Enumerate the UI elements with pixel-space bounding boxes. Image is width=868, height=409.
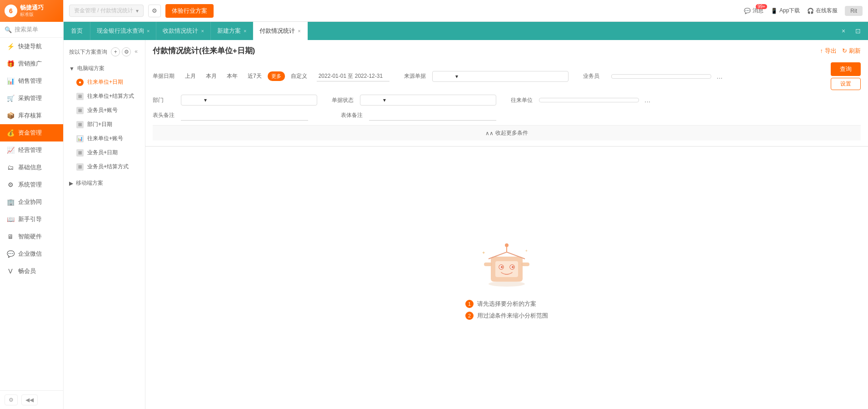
scheme-salesperson-settlement[interactable]: ⊞ 业务员+结算方式 (64, 160, 145, 174)
sidebar-logo: 6 畅捷通巧 标准版 (0, 0, 63, 22)
filter-area: 付款情况统计(往来单位+日期) ↑ 导出 ↻ 刷新 单据日期 (145, 40, 868, 146)
add-scheme-button[interactable]: + (111, 47, 120, 56)
tab-bank-flow[interactable]: 现金银行流水查询 × (90, 22, 156, 40)
service-button[interactable]: 🎧 在线客服 (807, 7, 838, 15)
scheme-partner-settlement[interactable]: ⊞ 往来单位+结算方式 (64, 89, 145, 103)
scheme-salesperson-date[interactable]: ⊞ 业务员+日期 (64, 146, 145, 160)
hardware-icon: 🖥 (6, 233, 15, 240)
sidebar-item-label: 系统管理 (18, 181, 42, 189)
date-option-last-month[interactable]: 上月 (181, 71, 200, 82)
query-button[interactable]: 查询 (831, 62, 861, 76)
scheme-salesperson-account[interactable]: ⊞ 业务员+账号 (64, 103, 145, 117)
dept-select[interactable]: ▾ (181, 95, 317, 106)
scheme-dept-date[interactable]: ⊞ 部门+日期 (64, 117, 145, 131)
sidebar-item-label: 采购管理 (18, 94, 42, 102)
sidebar-item-inventory[interactable]: 📦 库存核算 (0, 107, 63, 124)
date-option-more[interactable]: 更多 (268, 71, 285, 81)
user-menu[interactable]: Rit (845, 6, 863, 16)
new-scheme-tab-label: 新建方案 (217, 27, 241, 35)
user-label: Rit (850, 8, 857, 14)
date-option-this-month[interactable]: 本月 (202, 71, 221, 82)
logo-sub: 标准版 (20, 11, 44, 18)
sidebar: 6 畅捷通巧 标准版 🔍 搜索菜单 ⚡ 快捷导航 🎁 营销推广 📊 销售管理 🛒… (0, 0, 64, 409)
new-scheme-tab-close[interactable]: × (244, 29, 246, 34)
sidebar-item-enterprise[interactable]: 🏢 企业协同 (0, 193, 63, 211)
mobile-group-header[interactable]: ▶ 移动端方案 (64, 177, 145, 190)
app-download-button[interactable]: 📱 App下载 (771, 7, 800, 15)
sidebar-item-finance[interactable]: 💰 资金管理 (0, 124, 63, 141)
empty-illustration: ✦ ✦ (479, 236, 534, 291)
wechat-icon: 💬 (6, 250, 15, 258)
scheme-settings-button[interactable]: ⚙ (122, 47, 131, 56)
sidebar-item-sales[interactable]: 📊 销售管理 (0, 72, 63, 90)
scheme-partner-date[interactable]: ● 往来单位+日期 (64, 75, 145, 89)
sidebar-item-wechat[interactable]: 💬 企业微信 (0, 245, 63, 263)
date-options: 上月 本月 本年 近7天 更多 自定义 (181, 71, 311, 82)
sidebar-item-purchase[interactable]: 🛒 采购管理 (0, 90, 63, 107)
sidebar-item-label: 库存核算 (18, 111, 42, 120)
staff-select[interactable] (611, 74, 711, 79)
sidebar-item-quick-nav[interactable]: ⚡ 快捷导航 (0, 38, 63, 55)
desktop-group-header[interactable]: ▼ 电脑端方案 (64, 62, 145, 75)
source-select[interactable]: ▾ (432, 71, 569, 82)
empty-tips: 1 请先选择要分析的方案 2 用过滤条件来缩小分析范围 (465, 300, 548, 320)
svg-point-0 (489, 281, 525, 287)
mobile-group-label: 移动端方案 (76, 179, 103, 187)
bank-flow-tab-close[interactable]: × (147, 29, 150, 34)
export-button[interactable]: ↑ 导出 (820, 47, 837, 55)
sidebar-item-member[interactable]: V 畅会员 (0, 263, 63, 280)
date-option-custom[interactable]: 自定义 (287, 71, 311, 82)
collection-stats-tab-close[interactable]: × (201, 29, 204, 34)
sidebar-collapse-button[interactable]: ◀◀ (21, 394, 38, 405)
window-close-button[interactable]: × (838, 25, 849, 36)
scheme-partner-account[interactable]: 📊 往来单位+账号 (64, 131, 145, 146)
topbar-gear-button[interactable]: ⚙ (148, 5, 161, 17)
address-bar[interactable]: 资金管理 / 付款情况统计 ▾ (69, 5, 144, 17)
tab-new-scheme[interactable]: 新建方案 × (211, 22, 253, 40)
staff-dots[interactable]: ... (717, 72, 723, 81)
tab-collection-stats[interactable]: 收款情况统计 × (156, 22, 210, 40)
app-icon: 📱 (771, 8, 778, 14)
column-settings-button[interactable]: 设置 (831, 78, 861, 90)
partner-select[interactable] (539, 98, 639, 102)
payment-stats-tab-close[interactable]: × (298, 29, 300, 34)
sidebar-item-system[interactable]: ⚙ 系统管理 (0, 176, 63, 193)
tab-payment-stats[interactable]: 付款情况统计 × (253, 22, 307, 40)
note-body-input[interactable] (369, 110, 496, 121)
home-tab-label: 首页 (71, 27, 83, 35)
guide-icon: 📖 (6, 216, 15, 223)
scheme-grid-icon-3: ⊞ (76, 121, 84, 128)
basics-icon: 🗂 (6, 164, 15, 171)
scheme-grid-icon: ⊞ (76, 93, 84, 100)
sales-icon: 📊 (6, 77, 15, 85)
refresh-button[interactable]: ↻ 刷新 (842, 47, 861, 55)
partner-dots[interactable]: ... (644, 96, 650, 104)
scheme-label: 业务员+结算方式 (87, 163, 129, 171)
system-icon: ⚙ (6, 181, 15, 188)
export-label: 导出 (825, 47, 837, 55)
trial-button[interactable]: 体验行业方案 (165, 4, 214, 18)
date-option-this-year[interactable]: 本年 (223, 71, 242, 82)
scheme-label: 部门+日期 (87, 121, 112, 128)
purchase-icon: 🛒 (6, 95, 15, 102)
window-max-button[interactable]: ⊡ (853, 25, 863, 36)
sidebar-item-basics[interactable]: 🗂 基础信息 (0, 159, 63, 176)
date-range-input[interactable]: 2022-01-01 至 2022-12-31 (317, 71, 389, 81)
scheme-collapse-button[interactable]: « (133, 47, 140, 56)
note-header-input[interactable] (181, 110, 308, 121)
sidebar-item-marketing[interactable]: 🎁 营销推广 (0, 55, 63, 72)
message-button[interactable]: 💬 消息 99+ (744, 7, 763, 15)
sidebar-item-hardware[interactable]: 🖥 智能硬件 (0, 228, 63, 245)
collapse-triangle-icon: ▼ (69, 66, 75, 72)
collapse-more-conditions-button[interactable]: ∧∧ 收起更多条件 (153, 125, 861, 141)
tab-home[interactable]: 首页 (64, 22, 90, 40)
doc-status-select[interactable]: ▾ (360, 95, 496, 106)
sidebar-item-guide[interactable]: 📖 新手引导 (0, 211, 63, 228)
date-option-7days[interactable]: 近7天 (244, 71, 266, 82)
message-badge: 99+ (756, 4, 767, 9)
sidebar-item-label: 新手引导 (18, 215, 42, 223)
sidebar-item-operations[interactable]: 📈 经营管理 (0, 141, 63, 159)
sidebar-search[interactable]: 🔍 搜索菜单 (0, 22, 63, 38)
quick-nav-icon: ⚡ (6, 43, 15, 50)
settings-gear-button[interactable]: ⚙ (5, 394, 18, 405)
